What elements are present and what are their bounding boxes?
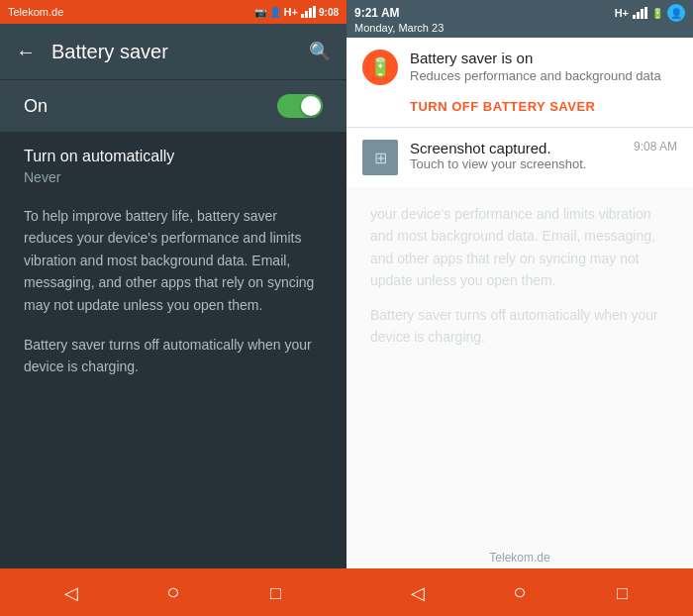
toolbar-left: ← Battery saver 🔍 <box>0 24 346 79</box>
screenshot-notif-subtitle: Touch to view your screenshot. <box>410 156 677 171</box>
right-panel: 9:21 AM H+ 🔋 👤 Monday, March 23 <box>346 0 693 616</box>
battery-notif-text: Battery saver is on Reduces performance … <box>410 50 677 83</box>
battery-icon-right: 🔋 <box>651 8 663 19</box>
carrier-label: Telekom.de <box>8 6 63 18</box>
battery-notif-icon: 🔋 <box>362 50 398 85</box>
home-nav-left[interactable] <box>153 572 193 612</box>
search-icon-left[interactable]: 🔍 <box>309 41 331 62</box>
status-icons-right: H+ 🔋 👤 <box>615 4 685 22</box>
battery-notif-title: Battery saver is on <box>410 50 677 66</box>
battery-saver-notification[interactable]: 🔋 Battery saver is on Reduces performanc… <box>346 38 693 128</box>
screenshot-notif-text: Screenshot captured. 9:08 AM Touch to vi… <box>410 140 677 171</box>
background-content-right: your device's performance and limits vib… <box>346 187 693 547</box>
time-right: 9:21 AM <box>354 6 400 20</box>
nav-bar-right <box>346 568 693 616</box>
status-icons-left: 📷 👤 H+ 9:08 <box>254 6 339 18</box>
battery-notif-subtitle: Reduces performance and background data <box>410 68 677 83</box>
recents-nav-left[interactable] <box>255 572 295 612</box>
turn-off-battery-saver-button[interactable]: TURN OFF BATTERY SAVER <box>410 99 595 114</box>
avatar-right: 👤 <box>667 4 685 22</box>
bg-para1: your device's performance and limits vib… <box>370 203 669 292</box>
home-nav-right[interactable] <box>500 572 540 612</box>
notification-panel: 🔋 Battery saver is on Reduces performanc… <box>346 38 693 568</box>
back-button-left[interactable]: ← <box>16 41 36 63</box>
status-bar-left: Telekom.de 📷 👤 H+ 9:08 <box>0 0 346 24</box>
time-left: 9:08 <box>319 7 339 18</box>
toggle-row[interactable]: On <box>0 80 346 132</box>
status-icon-2: 👤 <box>269 7 281 18</box>
description-para1-left: To help improve battery life, battery sa… <box>24 205 323 316</box>
nav-bar-left <box>0 568 346 616</box>
screenshot-notif-title: Screenshot captured. <box>410 140 551 156</box>
bg-para2: Battery saver turns off automatically wh… <box>370 304 669 349</box>
telekom-watermark: Telekom.de <box>346 547 693 568</box>
status-icon-1: 📷 <box>254 7 266 18</box>
back-nav-left[interactable] <box>51 572 91 612</box>
screenshot-notif-icon <box>362 140 398 175</box>
toggle-label: On <box>24 96 48 117</box>
status-bar-right: 9:21 AM H+ 🔋 👤 Monday, March 23 <box>346 0 693 38</box>
network-label-right: H+ <box>615 7 629 19</box>
description-para2-left: Battery saver turns off automatically wh… <box>24 334 323 378</box>
screenshot-notif-time: 9:08 AM <box>634 140 677 154</box>
battery-icon: 🔋 <box>369 56 391 78</box>
auto-on-subtitle: Never <box>24 169 323 185</box>
screenshot-thumbnail <box>362 140 398 175</box>
recents-nav-icon-left <box>270 581 281 604</box>
left-panel: Telekom.de 📷 👤 H+ 9:08 ← Battery saver 🔍 <box>0 0 346 616</box>
auto-on-title[interactable]: Turn on automatically <box>24 148 323 165</box>
battery-notif-action[interactable]: TURN OFF BATTERY SAVER <box>346 93 693 127</box>
screenshot-notification[interactable]: Screenshot captured. 9:08 AM Touch to vi… <box>346 128 693 187</box>
battery-saver-toggle[interactable] <box>277 94 323 118</box>
page-title-left: Battery saver <box>51 41 293 63</box>
date-right: Monday, March 23 <box>354 22 444 34</box>
recents-nav-icon-right <box>617 581 628 604</box>
battery-notif-main: 🔋 Battery saver is on Reduces performanc… <box>346 38 693 93</box>
back-nav-right[interactable] <box>398 572 438 612</box>
back-nav-icon-left <box>64 581 78 604</box>
settings-content: Turn on automatically Never To help impr… <box>0 132 346 568</box>
back-nav-icon-right <box>411 581 425 604</box>
signal-bars-left <box>301 6 316 18</box>
network-label-left: H+ <box>284 6 298 18</box>
recents-nav-right[interactable] <box>602 572 642 612</box>
signal-bars-right <box>633 7 647 19</box>
home-nav-icon-right <box>513 579 526 605</box>
home-nav-icon-left <box>166 579 179 605</box>
